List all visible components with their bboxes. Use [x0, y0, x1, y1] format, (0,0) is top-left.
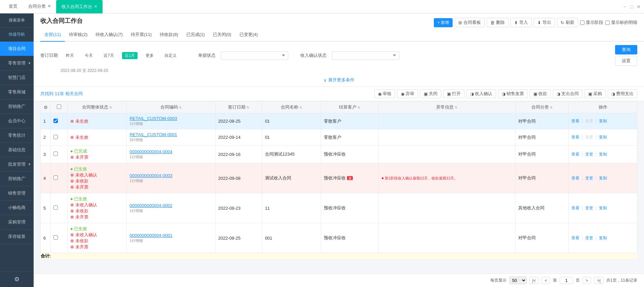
expand-btn[interactable]: ∨ 展开更多条件 [324, 77, 354, 83]
tab-completed[interactable]: 已完成(1) [182, 28, 209, 41]
op-copy[interactable]: 复制 [599, 236, 607, 240]
tab-changed[interactable]: 已变更(4) [235, 28, 262, 41]
date-btn-more[interactable]: 更多 [143, 52, 156, 59]
doc-status-select[interactable] [221, 51, 288, 60]
sidebar-item-retail-mall[interactable]: 零售商城 [0, 85, 34, 99]
sidebar-item-marketing1[interactable]: 营销推广 [0, 99, 34, 114]
op-view[interactable]: 查看 [571, 152, 579, 157]
contract-code-link[interactable]: 0000000000004-0002 [129, 203, 172, 208]
kanban-btn[interactable]: ⊞ 合同看板 [455, 18, 485, 27]
op-copy[interactable]: 复制 [599, 135, 607, 139]
op-change[interactable]: 变更 [585, 135, 593, 139]
contract-code-link[interactable]: 0000000000004-0004 [129, 149, 172, 154]
btn-purchase[interactable]: ▣ 采购 [584, 89, 606, 98]
sidebar-item-retail-mgmt[interactable]: 零售管理 [0, 56, 34, 71]
confirm-status-select[interactable] [332, 51, 399, 60]
cell-checkbox[interactable] [51, 113, 68, 129]
tab-pending-confirm[interactable]: 待收入确认(7) [91, 28, 127, 41]
refresh-btn[interactable]: ↻ 刷新 [557, 18, 578, 27]
first-page-btn[interactable]: |< [529, 277, 539, 284]
btn-income-confirm[interactable]: ◑ 收入确认 [466, 89, 496, 98]
sort-contract-code[interactable]: 合同编码 ⇅ [160, 104, 182, 110]
op-change[interactable]: 变更 [585, 152, 593, 157]
date-btn-yesterday[interactable]: 昨天 [63, 52, 77, 59]
new-btn[interactable]: + 新增 [434, 18, 453, 27]
btn-close[interactable]: ▣ 关闭 [420, 89, 441, 98]
btn-expense-payment[interactable]: ◑ 费用支出 [608, 89, 637, 98]
sort-overall-status[interactable]: 合同整体状态 ⇅ [82, 104, 112, 110]
th-settings[interactable]: ⚙ [41, 101, 51, 113]
close-btn[interactable]: ✕ [637, 4, 641, 9]
op-change[interactable]: 变更 [585, 176, 593, 180]
last-page-btn[interactable]: >| [594, 277, 604, 284]
sidebar-item-project-contract[interactable]: 项目合同 [0, 42, 34, 56]
sidebar-item-retail-stats[interactable]: 零售统计 [0, 128, 34, 143]
sidebar-item-ecommerce[interactable]: 小畅电商 [0, 201, 34, 215]
show-detail-checkbox[interactable]: 显示标的明细 [605, 19, 637, 26]
btn-open[interactable]: ▣ 打开 [443, 89, 464, 98]
contract-code-link[interactable]: RETAIL_CUSTOM-0003 [129, 116, 177, 121]
sidebar-item-inventory[interactable]: 库存核算 [0, 230, 34, 244]
btn-sales-invoice[interactable]: ◑ 销售发票 [498, 89, 528, 98]
op-copy[interactable]: 复制 [599, 176, 607, 180]
contract-code-link[interactable]: RETAIL_CUSTOM-0001 [129, 132, 177, 137]
sidebar-item-wholesale-mgmt[interactable]: 批发管理 [0, 157, 34, 172]
sidebar-item-smart-store[interactable]: 智慧门店 [0, 71, 34, 85]
op-view[interactable]: 查看 [571, 119, 579, 123]
op-copy[interactable]: 复制 [599, 206, 607, 210]
btn-audit[interactable]: ◉ 审核 [374, 89, 395, 98]
tab-closed[interactable]: 已关闭(0) [209, 28, 235, 41]
tab-all[interactable]: 全部(11) [40, 28, 65, 42]
query-btn[interactable]: 查询 [615, 45, 637, 54]
tab-home[interactable]: 首页 [3, 0, 23, 13]
cell-checkbox[interactable] [51, 223, 68, 253]
sort-exception[interactable]: 异常信息 ⇅ [436, 104, 457, 110]
close-tab-category[interactable]: ✕ [48, 4, 51, 8]
sort-category[interactable]: 合同分类 ⇅ [531, 104, 553, 110]
op-change[interactable]: 变更 [585, 206, 593, 210]
maximize-btn[interactable]: □ [631, 4, 633, 9]
cell-checkbox[interactable] [51, 193, 68, 223]
date-btn-today[interactable]: 今天 [82, 52, 96, 59]
op-view[interactable]: 查看 [571, 135, 579, 139]
sidebar-item-sales-mgmt[interactable]: 销售管理 [0, 186, 34, 201]
export-btn[interactable]: ⬇ 导出 [534, 18, 555, 27]
cell-checkbox[interactable] [51, 163, 68, 193]
sidebar-search[interactable]: 搜索菜单 [0, 13, 34, 28]
page-input[interactable] [560, 277, 573, 284]
page-size-select[interactable]: 50 10 20 100 [509, 277, 527, 284]
sort-contract-name[interactable]: 合同名称 ⇅ [281, 104, 302, 110]
next-page-btn[interactable]: > [582, 277, 591, 284]
sidebar-item-purchase-mgmt[interactable]: 采购管理 [0, 215, 34, 230]
tab-income-contract[interactable]: 收入合同工作台 ✕ [56, 0, 103, 13]
sidebar-nav[interactable]: 快捷导航 [0, 28, 34, 42]
delete-btn[interactable]: 🗑 删除 [487, 18, 508, 27]
tab-pending-payment[interactable]: 待收款(8) [156, 28, 182, 41]
op-view[interactable]: 查看 [571, 236, 579, 240]
date-btn-1month[interactable]: 近1月 [122, 52, 138, 59]
prev-page-btn[interactable]: < [542, 277, 551, 284]
tab-pending-invoice[interactable]: 待开票(11) [127, 28, 156, 41]
date-btn-custom[interactable]: 自定义 [162, 52, 179, 59]
close-tab-income[interactable]: ✕ [94, 4, 97, 9]
contract-code-link[interactable]: 0000000000004-0001 [129, 233, 172, 238]
sort-sign-date[interactable]: 签订日期 ⇅ [228, 104, 249, 110]
sort-customer[interactable]: 结算客户 ⇅ [339, 104, 360, 110]
op-view[interactable]: 查看 [571, 206, 579, 210]
select-all-checkbox[interactable] [57, 105, 61, 109]
btn-payment[interactable]: ▣ 收款 [530, 89, 551, 98]
btn-abandon-audit[interactable]: ◉ 弃审 [397, 89, 418, 98]
show-fields-checkbox[interactable]: 显示阶段 [580, 19, 603, 26]
sidebar-item-member-center[interactable]: 会员中心 [0, 114, 34, 128]
import-btn[interactable]: ⬆ 导入 [510, 18, 532, 27]
settings-icon[interactable]: ⚙ [0, 272, 34, 287]
op-change[interactable]: 变更 [585, 119, 593, 123]
set-btn[interactable]: 设置 [615, 56, 637, 66]
th-checkbox[interactable] [51, 101, 68, 113]
cell-checkbox[interactable] [51, 146, 68, 163]
cell-checkbox[interactable] [51, 129, 68, 146]
op-change[interactable]: 变更 [585, 236, 593, 240]
op-copy[interactable]: 复制 [599, 152, 607, 157]
tab-pending-review[interactable]: 待审核(2) [65, 28, 91, 41]
btn-expense-contract[interactable]: ◑ 支出合同 [553, 89, 582, 98]
